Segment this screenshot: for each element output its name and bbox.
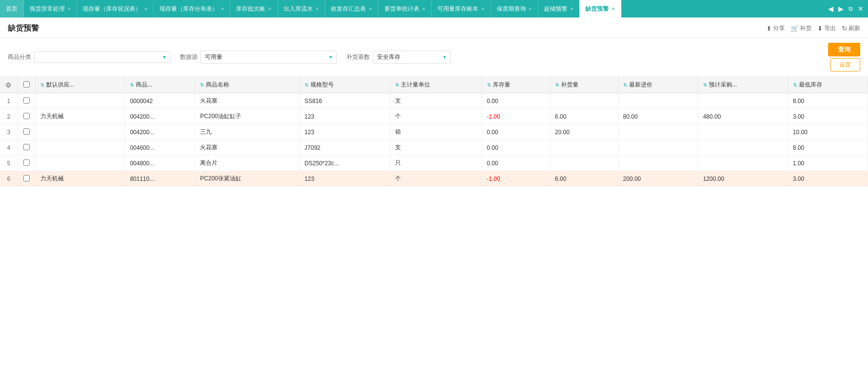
th-product-code[interactable]: ⇅ 商品... [125, 77, 195, 93]
row-select-3[interactable] [23, 128, 30, 135]
row-no-4: 4 [0, 140, 18, 156]
datasource-select[interactable]: 可用量 ▾ [200, 51, 337, 64]
tab-flow[interactable]: 出入库流水 × [278, 0, 325, 18]
replenish-button[interactable]: 🛒 补货 [791, 24, 812, 33]
tab-abnormal[interactable]: 拣货异常处理 × [24, 0, 77, 18]
row-min-stock-4: 8.00 [788, 140, 868, 156]
sort-icon-spec: ⇅ [305, 82, 308, 88]
sort-icon-unit: ⇅ [395, 82, 399, 88]
th-product-name[interactable]: ⇅ 商品名称 [195, 77, 299, 93]
refresh-button[interactable]: ↻ 刷新 [842, 24, 860, 33]
row-checkbox-3[interactable] [18, 124, 35, 140]
row-checkbox-6[interactable] [18, 171, 35, 187]
row-code-2: 004200... [125, 109, 195, 124]
row-code-1: 0000042 [125, 93, 195, 109]
sort-icon-min-stock: ⇅ [793, 82, 797, 88]
row-checkbox-5[interactable] [18, 156, 35, 171]
tab-home[interactable]: 首页 [0, 0, 24, 18]
th-replenish-qty[interactable]: ⇅ 补货量 [550, 77, 618, 93]
row-supplier-4 [35, 140, 125, 156]
datasource-arrow-icon: ▾ [329, 54, 332, 60]
tab-flow-close[interactable]: × [316, 6, 319, 12]
row-checkbox-4[interactable] [18, 140, 35, 156]
th-min-stock[interactable]: ⇅ 最低库存 [788, 77, 868, 93]
column-settings-icon[interactable]: ⚙ [5, 81, 12, 89]
export-button[interactable]: ⬇ 导出 [817, 24, 836, 33]
tab-expiry-close[interactable]: × [529, 6, 532, 12]
tab-expiry[interactable]: 保质期查询 × [491, 0, 538, 18]
setting-button[interactable]: 设置 [830, 58, 860, 71]
row-stock-1: 0.00 [482, 93, 550, 109]
table-row: 3 004200... 三九 123 箱 0.00 20.00 10.00 [0, 124, 868, 140]
page-container: 缺货预警 ⬆ 分享 🛒 补货 ⬇ 导出 ↻ 刷新 商品分类 [0, 18, 868, 387]
row-replenish-qty-2: 6.00 [550, 109, 618, 124]
row-select-1[interactable] [23, 97, 30, 104]
row-min-stock-5: 1.00 [788, 156, 868, 171]
tab-batch-account-close[interactable]: × [268, 6, 271, 12]
sort-icon-name: ⇅ [200, 82, 204, 88]
row-no-6: 6 [0, 171, 18, 187]
row-unit-4: 支 [390, 140, 482, 156]
refresh-icon: ↻ [842, 25, 847, 32]
row-replenish-qty-1 [550, 93, 618, 109]
row-select-4[interactable] [23, 144, 30, 150]
row-latest-price-1 [618, 93, 698, 109]
sort-icon-stock: ⇅ [487, 82, 491, 88]
tab-overstock-close[interactable]: × [570, 6, 573, 12]
row-supplier-6: 力天机械 [35, 171, 125, 187]
tab-available-ledger[interactable]: 可用量库存账本 × [432, 0, 490, 18]
row-stock-5: 0.00 [482, 156, 550, 171]
th-stock[interactable]: ⇅ 库存量 [482, 77, 550, 93]
row-stock-3: 0.00 [482, 124, 550, 140]
row-min-stock-2: 3.00 [788, 109, 868, 124]
filter-area: 商品分类 ▾ 数据源 可用量 ▾ 补货基数 安全库存 ▾ 查询 设置 [0, 38, 868, 77]
category-select[interactable]: ▾ [34, 52, 170, 63]
datasource-value: 可用量 [205, 53, 222, 61]
share-icon: ⬆ [766, 25, 772, 32]
th-default-supplier[interactable]: ⇅ 默认供应... [35, 77, 125, 93]
th-estimated-purchase[interactable]: ⇅ 预计采购... [698, 77, 788, 93]
select-all-checkbox[interactable] [23, 81, 30, 88]
row-code-6: 801110... [125, 171, 195, 187]
tab-batch-account[interactable]: 库存批次账 × [230, 0, 277, 18]
row-select-5[interactable] [23, 159, 30, 166]
tab-inventory-dist[interactable]: 现存量（库存分布表） × [154, 0, 230, 18]
row-unit-5: 只 [390, 156, 482, 171]
row-select-6[interactable] [23, 175, 30, 181]
th-latest-price[interactable]: ⇅ 最新进价 [618, 77, 698, 93]
query-button[interactable]: 查询 [828, 43, 860, 56]
table-row: 5 004800... 离合片 DS250*23c... 只 0.00 1.00 [0, 156, 868, 171]
tab-shortage[interactable]: 缺货预警 × [579, 0, 621, 18]
th-checkbox [18, 77, 35, 93]
row-no-1: 1 [0, 93, 18, 109]
tab-close-all-btn[interactable]: ✕ [855, 4, 866, 14]
tab-restore-btn[interactable]: ⧉ [846, 4, 855, 13]
tab-receipt-summary-close[interactable]: × [369, 6, 372, 12]
tab-nav-next[interactable]: ▶ [836, 4, 846, 14]
row-checkbox-2[interactable] [18, 109, 35, 124]
row-supplier-3 [35, 124, 125, 140]
page-title: 缺货预警 [8, 23, 39, 34]
row-spec-4: J7092 [299, 140, 390, 156]
tab-overstock[interactable]: 超储预警 × [538, 0, 579, 18]
th-spec[interactable]: ⇅ 规格型号 [299, 77, 390, 93]
tab-receipt-summary[interactable]: 收发存汇总表 × [325, 0, 378, 18]
th-gear[interactable]: ⚙ [0, 77, 18, 93]
tab-nav-prev[interactable]: ◀ [826, 4, 836, 14]
tab-abnormal-close[interactable]: × [68, 6, 71, 12]
tab-demand-stats-close[interactable]: × [422, 6, 425, 12]
row-min-stock-1: 8.00 [788, 93, 868, 109]
th-unit[interactable]: ⇅ 主计量单位 [390, 77, 482, 93]
row-checkbox-1[interactable] [18, 93, 35, 109]
row-select-2[interactable] [23, 113, 30, 119]
tab-available-ledger-close[interactable]: × [481, 6, 484, 12]
replenish-base-select[interactable]: 安全库存 ▾ [373, 51, 451, 64]
row-name-3: 三九 [195, 124, 299, 140]
tab-shortage-close[interactable]: × [612, 6, 615, 12]
tab-inventory-dist-close[interactable]: × [221, 6, 224, 12]
row-unit-3: 箱 [390, 124, 482, 140]
share-button[interactable]: ⬆ 分享 [766, 24, 785, 33]
tab-inventory-status-close[interactable]: × [144, 6, 147, 12]
tab-inventory-status[interactable]: 现存量（库存状况表） × [77, 0, 153, 18]
tab-demand-stats[interactable]: 要货单统计表 × [379, 0, 432, 18]
